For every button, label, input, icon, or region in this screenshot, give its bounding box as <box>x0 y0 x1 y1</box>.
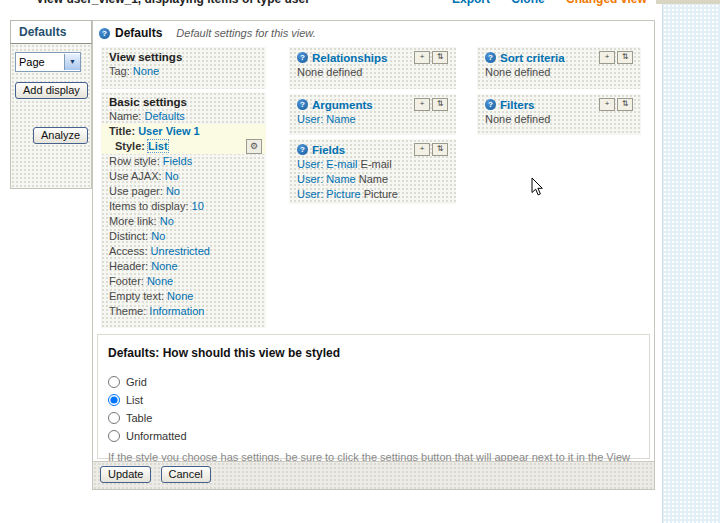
argument-user-name-link[interactable]: User: Name <box>297 113 356 125</box>
sort-criteria-box: ? Sort criteria + ⇅ None defined <box>477 47 641 89</box>
style-option-table[interactable]: Table <box>108 409 649 427</box>
relationships-title-link[interactable]: Relationships <box>312 52 387 64</box>
style-form-heading: Defaults: How should this view be styled <box>108 346 649 360</box>
title-value-link[interactable]: User View 1 <box>138 125 200 137</box>
basic-settings-box: Basic settings Name: Defaults Title: Use… <box>101 92 266 328</box>
row-style-value-link[interactable]: Fields <box>163 155 192 167</box>
filters-header: ? Filters + ⇅ <box>485 98 633 111</box>
table-radio-label: Table <box>126 412 152 424</box>
add-icon[interactable]: + <box>414 98 430 111</box>
sort-criteria-title-link[interactable]: Sort criteria <box>500 52 565 64</box>
display-type-select[interactable]: Page ▼ <box>15 52 81 72</box>
use-ajax-value-link[interactable]: No <box>165 170 179 182</box>
add-icon[interactable]: + <box>414 143 430 156</box>
name-value-link[interactable]: Defaults <box>144 110 184 122</box>
update-button[interactable]: Update <box>100 466 151 483</box>
fields-box: ? Fields + ⇅ User: E-mail E-mail User: N… <box>289 139 456 204</box>
title-row-highlighted: Title: User View 1 <box>101 124 266 139</box>
cancel-button[interactable]: Cancel <box>161 466 211 483</box>
style-option-list[interactable]: List <box>108 391 649 409</box>
distinct-value-link[interactable]: No <box>151 230 165 242</box>
table-radio[interactable] <box>108 412 120 424</box>
select-arrow-icon: ▼ <box>64 54 80 70</box>
theme-label: Theme: <box>109 305 146 317</box>
use-pager-value-link[interactable]: No <box>166 185 180 197</box>
rearrange-icon[interactable]: ⇅ <box>432 51 448 64</box>
field-item: User: Name Name <box>297 172 448 187</box>
access-value-link[interactable]: Unrestricted <box>151 245 210 257</box>
more-link-label: More link: <box>109 215 157 227</box>
help-icon[interactable]: ? <box>297 144 308 155</box>
add-icon[interactable]: + <box>414 51 430 64</box>
view-title: View user_view_1, displaying items of ty… <box>36 0 310 6</box>
view-top-links: Export Clone Changed view <box>452 0 665 6</box>
field-user-email-link[interactable]: User: E-mail <box>297 158 358 170</box>
mouse-cursor <box>531 177 543 196</box>
analyze-button[interactable]: Analyze <box>33 127 88 144</box>
items-to-display-row: Items to display: 10 <box>109 199 258 214</box>
help-icon[interactable]: ? <box>485 52 496 63</box>
field-user-picture-link[interactable]: User: Picture <box>297 188 361 200</box>
tag-row: Tag: None <box>109 64 258 79</box>
more-link-value-link[interactable]: No <box>160 215 174 227</box>
view-settings-title: View settings <box>109 51 182 63</box>
style-row-highlighted: Style: List <box>101 139 266 154</box>
items-to-display-label: Items to display: <box>109 200 188 212</box>
tag-label: Tag: <box>109 65 130 77</box>
rearrange-icon[interactable]: ⇅ <box>432 98 448 111</box>
sort-criteria-tools: + ⇅ <box>599 51 633 64</box>
field-user-name-link[interactable]: User: Name <box>297 173 356 185</box>
help-icon[interactable]: ? <box>297 52 308 63</box>
views-edit-screen: View user_view_1, displaying items of ty… <box>0 0 720 523</box>
field-item: User: Picture Picture <box>297 187 448 202</box>
help-icon[interactable]: ? <box>99 28 110 39</box>
tab-defaults[interactable]: Defaults <box>10 20 92 44</box>
add-icon[interactable]: + <box>599 51 615 64</box>
style-value-link[interactable]: List <box>148 140 168 152</box>
unformatted-radio-label: Unformatted <box>126 430 187 442</box>
rearrange-icon[interactable]: ⇅ <box>617 98 633 111</box>
use-pager-row: Use pager: No <box>109 184 258 199</box>
changed-view-link[interactable]: Changed view <box>566 0 647 6</box>
field-user-name-suffix: Name <box>359 173 388 185</box>
rearrange-icon[interactable]: ⇅ <box>432 143 448 156</box>
help-icon[interactable]: ? <box>485 99 496 110</box>
more-link-row: More link: No <box>109 214 258 229</box>
clone-link[interactable]: Clone <box>511 0 544 6</box>
view-settings-header: View settings <box>109 51 258 63</box>
items-to-display-value-link[interactable]: 10 <box>192 200 204 212</box>
empty-text-value-link[interactable]: None <box>167 290 193 302</box>
help-icon[interactable]: ? <box>297 99 308 110</box>
style-settings-gear-icon[interactable]: ⚙ <box>246 139 262 154</box>
fields-title-link[interactable]: Fields <box>312 144 345 156</box>
theme-value-link[interactable]: Information <box>149 305 204 317</box>
add-icon[interactable]: + <box>599 98 615 111</box>
filters-title-link[interactable]: Filters <box>500 99 535 111</box>
title-label: Title: <box>109 125 135 137</box>
arguments-tools: + ⇅ <box>414 98 448 111</box>
sort-criteria-empty: None defined <box>485 65 633 80</box>
style-option-unformatted[interactable]: Unformatted <box>108 427 649 445</box>
list-radio[interactable] <box>108 394 120 406</box>
basic-settings-header: Basic settings <box>109 96 258 108</box>
panel-title: Defaults <box>115 26 162 40</box>
access-label: Access: <box>109 245 148 257</box>
unformatted-radio[interactable] <box>108 430 120 442</box>
theme-row: Theme: Information <box>109 304 258 319</box>
relationships-box: ? Relationships + ⇅ None defined <box>289 47 456 89</box>
style-label: Style: <box>115 140 145 152</box>
tag-value-link[interactable]: None <box>133 65 159 77</box>
export-link[interactable]: Export <box>452 0 490 6</box>
header-label: Header: <box>109 260 148 272</box>
filters-tools: + ⇅ <box>599 98 633 111</box>
empty-text-label: Empty text: <box>109 290 164 302</box>
grid-radio[interactable] <box>108 376 120 388</box>
grid-radio-label: Grid <box>126 376 147 388</box>
header-value-link[interactable]: None <box>151 260 177 272</box>
footer-value-link[interactable]: None <box>147 275 173 287</box>
arguments-header: ? Arguments + ⇅ <box>297 98 448 111</box>
rearrange-icon[interactable]: ⇅ <box>617 51 633 64</box>
add-display-button[interactable]: Add display <box>15 82 88 99</box>
arguments-title-link[interactable]: Arguments <box>312 99 373 111</box>
style-option-grid[interactable]: Grid <box>108 373 649 391</box>
